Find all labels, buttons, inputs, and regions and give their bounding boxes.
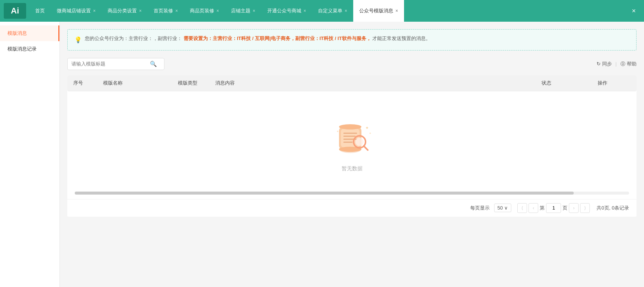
first-page-icon: ⟨ xyxy=(521,205,523,211)
help-label: 帮助 xyxy=(627,61,637,67)
search-input-wrap: 🔍 xyxy=(67,58,164,70)
th-status: 状态 xyxy=(536,75,592,91)
nav-tab-home[interactable]: 首页 xyxy=(29,0,51,22)
empty-text: 暂无数据 xyxy=(75,165,629,172)
th-content: 消息内容 xyxy=(209,75,536,91)
page-label-after: 页 xyxy=(563,205,567,211)
scrollbar-track[interactable] xyxy=(75,192,629,195)
prev-page-icon: ‹ xyxy=(533,205,534,211)
data-table: 序号模版名称模版类型消息内容状态操作 xyxy=(67,75,637,91)
nav-tab-close-product-decoration[interactable]: × xyxy=(216,8,219,13)
nav-tabs: 首页微商城店铺设置×商品分类设置×首页装修×商品页装修×店铺主题×开通公众号商城… xyxy=(29,0,627,22)
page-size-value: 50 xyxy=(497,205,503,211)
close-all-button[interactable]: × xyxy=(627,7,640,15)
divider: | xyxy=(616,61,617,67)
page-size-label: 每页显示 xyxy=(470,205,490,211)
current-page-input[interactable] xyxy=(546,203,561,213)
svg-text:✦: ✦ xyxy=(365,125,369,131)
nav-tab-close-product-category[interactable]: × xyxy=(139,8,142,13)
nav-tab-close-store-theme[interactable]: × xyxy=(253,8,255,13)
search-actions: ↻ 同步 | ⓪ 帮助 xyxy=(597,61,637,67)
content-area: 💡 您的公众号行业为：主营行业：，副营行业： 需要设置为：主营行业：IT科技 /… xyxy=(60,22,644,287)
th-action: 操作 xyxy=(592,75,637,91)
bulb-icon: 💡 xyxy=(74,35,82,45)
empty-state: ✦ ✦ ✦ 暂无数据 xyxy=(67,91,637,187)
next-page-button[interactable]: › xyxy=(569,203,579,213)
alert-text: 您的公众号行业为：主营行业：，副营行业： 需要设置为：主营行业：IT科技 / 互… xyxy=(85,35,431,43)
th-index: 序号 xyxy=(67,75,97,91)
nav-tab-template-message[interactable]: 公众号模版消息× xyxy=(353,0,404,22)
first-page-button[interactable]: ⟨ xyxy=(517,203,527,213)
last-page-button[interactable]: ⟩ xyxy=(580,203,590,213)
sync-button[interactable]: ↻ 同步 xyxy=(597,61,612,67)
empty-icon: ✦ ✦ ✦ xyxy=(330,114,375,159)
help-icon: ⓪ xyxy=(620,61,625,67)
scrollbar-area xyxy=(67,187,637,199)
svg-text:✦: ✦ xyxy=(369,132,372,135)
help-button[interactable]: ⓪ 帮助 xyxy=(620,61,637,67)
th-type: 模版类型 xyxy=(172,75,209,91)
nav-tab-custom-menu[interactable]: 自定义菜单× xyxy=(312,0,353,22)
svg-point-10 xyxy=(355,138,364,146)
top-nav: Ai 首页微商城店铺设置×商品分类设置×首页装修×商品页装修×店铺主题×开通公众… xyxy=(0,0,644,22)
alert-highlight: 需要设置为：主营行业：IT科技 / 互联网|电子商务，副营行业：IT科技 / I… xyxy=(184,36,371,41)
nav-tab-home-decoration[interactable]: 首页装修× xyxy=(148,0,184,22)
total-info: 共0页, 0条记录 xyxy=(597,205,629,211)
page-label-before: 第 xyxy=(540,205,545,211)
sidebar-item-template-msg-log[interactable]: 模版消息记录 xyxy=(0,41,59,57)
main-layout: 模版消息模版消息记录 💡 您的公众号行业为：主营行业：，副营行业： 需要设置为：… xyxy=(0,22,644,287)
nav-tab-product-category[interactable]: 商品分类设置× xyxy=(102,0,148,22)
page-size-select[interactable]: 50 ∨ xyxy=(494,204,511,212)
nav-tab-product-decoration[interactable]: 商品页装修× xyxy=(184,0,225,22)
next-page-icon: › xyxy=(573,205,574,211)
nav-tab-close-shop-settings[interactable]: × xyxy=(93,8,96,13)
nav-tab-shop-settings[interactable]: 微商城店铺设置× xyxy=(51,0,102,22)
search-icon[interactable]: 🔍 xyxy=(150,61,157,67)
pagination: 每页显示 50 ∨ ⟨ ‹ 第 页 › xyxy=(67,199,637,217)
alert-box: 💡 您的公众号行业为：主营行业：，副营行业： 需要设置为：主营行业：IT科技 /… xyxy=(67,29,637,51)
nav-tab-close-custom-menu[interactable]: × xyxy=(345,8,347,13)
app-logo: Ai xyxy=(4,3,26,19)
nav-tab-open-mall[interactable]: 开通公众号商城× xyxy=(261,0,312,22)
nav-tab-close-open-mall[interactable]: × xyxy=(303,8,306,13)
nav-tab-store-theme[interactable]: 店铺主题× xyxy=(225,0,261,22)
svg-line-11 xyxy=(364,146,368,150)
svg-text:✦: ✦ xyxy=(336,130,339,133)
sync-label: 同步 xyxy=(602,61,612,67)
scrollbar-thumb[interactable] xyxy=(75,192,574,195)
sidebar: 模版消息模版消息记录 xyxy=(0,22,60,287)
th-name: 模版名称 xyxy=(97,75,172,91)
table-wrapper: 序号模版名称模版类型消息内容状态操作 xyxy=(67,75,637,217)
chevron-down-icon: ∨ xyxy=(504,205,508,211)
search-input[interactable] xyxy=(71,61,150,67)
sidebar-item-template-msg[interactable]: 模版消息 xyxy=(0,25,59,41)
sync-icon: ↻ xyxy=(597,61,601,67)
prev-page-button[interactable]: ‹ xyxy=(529,203,538,213)
svg-point-7 xyxy=(339,124,361,129)
pagination-buttons: ⟨ ‹ 第 页 › ⟩ xyxy=(517,203,590,213)
last-page-icon: ⟩ xyxy=(584,205,586,211)
search-bar: 🔍 ↻ 同步 | ⓪ 帮助 xyxy=(67,58,637,70)
nav-tab-close-template-message[interactable]: × xyxy=(395,8,398,13)
nav-tab-close-home-decoration[interactable]: × xyxy=(175,8,178,13)
